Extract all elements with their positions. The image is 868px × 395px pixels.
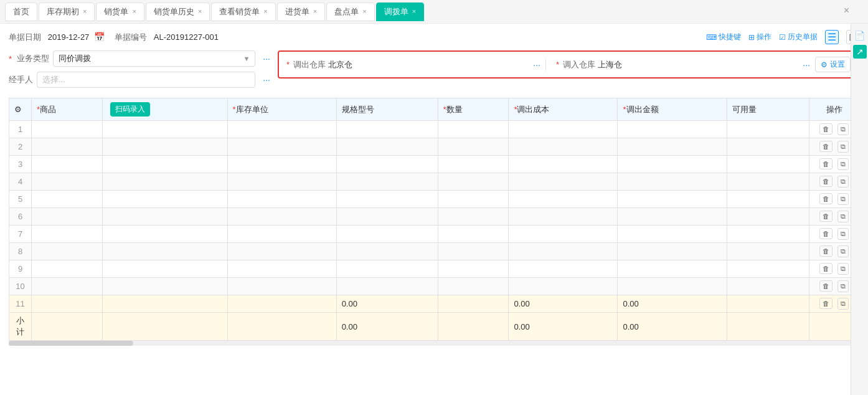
row-unit-4[interactable] bbox=[227, 173, 336, 191]
row-copy-btn-9[interactable]: ⧉ bbox=[837, 263, 849, 275]
row-amount-8[interactable] bbox=[618, 243, 727, 260]
row-product-5[interactable] bbox=[32, 191, 103, 208]
row-qty-3[interactable] bbox=[438, 156, 509, 173]
row-copy-btn-3[interactable]: ⧉ bbox=[837, 158, 849, 170]
tab-home[interactable]: 首页 bbox=[5, 2, 37, 21]
tab-transfer[interactable]: 调拨单 × bbox=[376, 2, 424, 21]
row-delete-btn-7[interactable]: 🗑 bbox=[819, 228, 833, 239]
row-copy-btn-5[interactable]: ⧉ bbox=[837, 193, 849, 205]
row-spec-6[interactable] bbox=[336, 208, 438, 226]
tab-transfer-close[interactable]: × bbox=[412, 8, 416, 15]
row-amount-2[interactable] bbox=[618, 138, 727, 156]
row-amount-10[interactable] bbox=[618, 278, 727, 295]
row-cost-1[interactable] bbox=[509, 121, 618, 138]
row-unit-8[interactable] bbox=[227, 243, 336, 260]
row-spec-8[interactable] bbox=[336, 243, 438, 260]
row-product-4[interactable] bbox=[32, 173, 103, 191]
row-unit-5[interactable] bbox=[227, 191, 336, 208]
row-cost-5[interactable] bbox=[509, 191, 618, 208]
row-product-10[interactable] bbox=[32, 278, 103, 295]
warehouse-in-more[interactable]: ··· bbox=[803, 60, 810, 70]
row-unit-2[interactable] bbox=[227, 138, 336, 156]
row-copy-btn-4[interactable]: ⧉ bbox=[837, 176, 849, 188]
row-cost-8[interactable] bbox=[509, 243, 618, 260]
row-product-9[interactable] bbox=[32, 260, 103, 278]
row-product-3[interactable] bbox=[32, 156, 103, 173]
row-cost-2[interactable] bbox=[509, 138, 618, 156]
tab-purchase[interactable]: 进货单 × bbox=[277, 2, 325, 21]
row-spec-5[interactable] bbox=[336, 191, 438, 208]
tab-sales-history-close[interactable]: × bbox=[198, 8, 202, 15]
subtotal-copy-btn[interactable]: ⧉ bbox=[837, 298, 849, 310]
row-delete-btn-2[interactable]: 🗑 bbox=[819, 141, 833, 152]
row-cost-4[interactable] bbox=[509, 173, 618, 191]
row-delete-btn-5[interactable]: 🗑 bbox=[819, 193, 833, 204]
operation-btn[interactable]: ⊞ 操作 bbox=[748, 32, 771, 42]
row-qty-7[interactable] bbox=[438, 226, 509, 243]
horizontal-scrollbar[interactable] bbox=[9, 341, 859, 346]
table-gear-icon[interactable]: ⚙ bbox=[14, 105, 22, 114]
business-type-more[interactable]: ··· bbox=[263, 54, 270, 64]
setting-button[interactable]: ⚙ 设置 bbox=[815, 57, 851, 72]
row-qty-1[interactable] bbox=[438, 121, 509, 138]
row-copy-btn-8[interactable]: ⧉ bbox=[837, 245, 849, 257]
history-doc-btn[interactable]: ☑ 历史单据 bbox=[779, 32, 818, 42]
row-product-2[interactable] bbox=[32, 138, 103, 156]
tab-inventory-init-close[interactable]: × bbox=[83, 8, 87, 15]
row-unit-10[interactable] bbox=[227, 278, 336, 295]
row-delete-btn-4[interactable]: 🗑 bbox=[819, 176, 833, 187]
row-spec-1[interactable] bbox=[336, 121, 438, 138]
tab-stocktake-close[interactable]: × bbox=[362, 8, 366, 15]
person-input[interactable]: 选择... bbox=[37, 72, 255, 88]
row-copy-btn-2[interactable]: ⧉ bbox=[837, 141, 849, 153]
row-qty-4[interactable] bbox=[438, 173, 509, 191]
row-qty-2[interactable] bbox=[438, 138, 509, 156]
row-amount-1[interactable] bbox=[618, 121, 727, 138]
sidebar-doc-icon[interactable]: 📄 bbox=[853, 29, 867, 42]
row-unit-1[interactable] bbox=[227, 121, 336, 138]
row-delete-btn-6[interactable]: 🗑 bbox=[819, 211, 833, 222]
calendar-icon[interactable]: 📅 bbox=[94, 32, 105, 42]
row-delete-btn-9[interactable]: 🗑 bbox=[819, 263, 833, 274]
row-copy-btn-7[interactable]: ⧉ bbox=[837, 228, 849, 240]
person-more[interactable]: ··· bbox=[263, 75, 270, 85]
business-type-input[interactable]: 同价调拨 ▼ bbox=[53, 50, 255, 67]
scan-button[interactable]: 扫码录入 bbox=[110, 102, 150, 117]
tab-stocktake[interactable]: 盘点单 × bbox=[326, 2, 374, 21]
row-product-7[interactable] bbox=[32, 226, 103, 243]
row-qty-6[interactable] bbox=[438, 208, 509, 226]
row-product-1[interactable] bbox=[32, 121, 103, 138]
row-copy-btn-10[interactable]: ⧉ bbox=[837, 280, 849, 292]
row-spec-9[interactable] bbox=[336, 260, 438, 278]
row-unit-9[interactable] bbox=[227, 260, 336, 278]
row-delete-btn-1[interactable]: 🗑 bbox=[819, 123, 833, 135]
row-cost-9[interactable] bbox=[509, 260, 618, 278]
row-delete-btn-3[interactable]: 🗑 bbox=[819, 158, 833, 169]
row-unit-7[interactable] bbox=[227, 226, 336, 243]
row-cost-6[interactable] bbox=[509, 208, 618, 226]
row-copy-btn-1[interactable]: ⧉ bbox=[837, 123, 849, 135]
window-close-button[interactable]: × bbox=[844, 5, 849, 16]
tab-sales-order[interactable]: 销货单 × bbox=[96, 2, 144, 21]
row-amount-5[interactable] bbox=[618, 191, 727, 208]
header-gear-cell[interactable]: ⚙ bbox=[9, 98, 32, 121]
shortcut-key-btn[interactable]: ⌨ 快捷键 bbox=[706, 32, 741, 42]
tab-sales-history[interactable]: 销货单历史 × bbox=[146, 2, 210, 21]
row-spec-2[interactable] bbox=[336, 138, 438, 156]
row-spec-3[interactable] bbox=[336, 156, 438, 173]
row-cost-10[interactable] bbox=[509, 278, 618, 295]
row-amount-4[interactable] bbox=[618, 173, 727, 191]
row-spec-7[interactable] bbox=[336, 226, 438, 243]
row-product-8[interactable] bbox=[32, 243, 103, 260]
view-toggle-list[interactable]: ☰ bbox=[825, 30, 839, 44]
row-amount-7[interactable] bbox=[618, 226, 727, 243]
row-amount-3[interactable] bbox=[618, 156, 727, 173]
row-amount-6[interactable] bbox=[618, 208, 727, 226]
row-product-6[interactable] bbox=[32, 208, 103, 226]
row-amount-9[interactable] bbox=[618, 260, 727, 278]
subtotal-delete-btn[interactable]: 🗑 bbox=[819, 298, 833, 309]
sidebar-export-icon[interactable]: ↗ bbox=[853, 45, 867, 59]
tab-view-sales-close[interactable]: × bbox=[263, 8, 267, 15]
tab-sales-order-close[interactable]: × bbox=[132, 8, 136, 15]
row-qty-10[interactable] bbox=[438, 278, 509, 295]
